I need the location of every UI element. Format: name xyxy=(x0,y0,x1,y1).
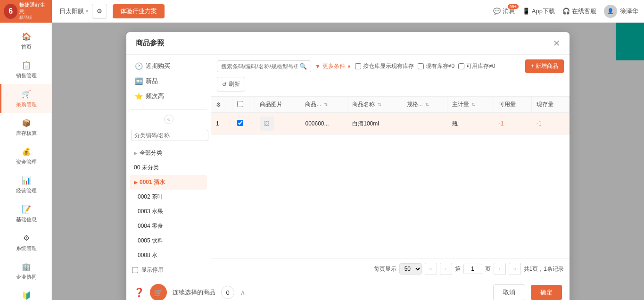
sidebar-item-inventory[interactable]: 📦 库存核算 xyxy=(0,113,51,142)
cat-0002[interactable]: 0002 茶叶 xyxy=(130,190,207,204)
nav-selector[interactable]: 日太阳膜 ▾ xyxy=(59,7,88,16)
checkbox-by-warehouse[interactable]: 按仓库显示现有库存 xyxy=(355,62,414,70)
table-row[interactable]: 1 🖼 000600... 白酒100ml xyxy=(211,113,570,135)
category-search-row: 🔍 xyxy=(126,127,211,144)
gear-button[interactable]: ⚙ xyxy=(92,4,107,19)
col-check xyxy=(232,97,255,113)
nonzero-available-checkbox[interactable] xyxy=(458,63,464,69)
col-spec[interactable]: 规格... ⇅ xyxy=(402,97,447,113)
inventory-icon: 📦 xyxy=(21,117,32,128)
cell-code: 000600... xyxy=(300,113,347,135)
confirm-button[interactable]: 确定 xyxy=(531,285,562,300)
col-stock: 现存量 xyxy=(531,97,569,113)
prev-page-button[interactable]: ‹ xyxy=(440,263,452,275)
phone-icon: 📱 xyxy=(522,8,530,15)
product-table: ⚙ 商品图片 商品... ⇅ 商品名称 xyxy=(211,97,570,135)
left-divider xyxy=(130,109,207,110)
category-search-input[interactable] xyxy=(131,130,208,141)
modal-footer: ❓ 🛒 连续选择的商品 0 ∧ 取消 确定 xyxy=(126,279,570,300)
cell-unit: 瓶 xyxy=(447,113,494,135)
page-size-select[interactable]: 50 xyxy=(399,263,422,275)
col-available[interactable]: 可用量 xyxy=(494,97,531,113)
tab-frequent[interactable]: ⭐ 频次高 xyxy=(130,89,207,104)
add-product-button[interactable]: + 新增商品 xyxy=(525,59,564,73)
guide-icon: 🔰 xyxy=(21,290,32,300)
modal-title: 商品参照 xyxy=(136,39,164,48)
table-body: 1 🖼 000600... 白酒100ml xyxy=(211,113,570,135)
refresh-button[interactable]: ↺ 刷新 xyxy=(217,77,245,92)
sidebar-item-guide[interactable]: 🔰 新手引导 xyxy=(0,285,51,300)
logo-text: 畅捷通好生意 xyxy=(19,1,48,15)
next-page-button[interactable]: › xyxy=(494,263,506,275)
col-settings[interactable]: ⚙ xyxy=(211,97,232,113)
pagination-bar: 每页显示 50 « ‹ 第 页 › » 共1页，1条记录 xyxy=(211,258,570,279)
cart-icon: 🛒 xyxy=(154,288,163,297)
tab-new[interactable]: 🆕 新品 xyxy=(130,74,207,89)
col-unit[interactable]: 主计量 ⇅ xyxy=(447,97,494,113)
message-icon: 💬 xyxy=(493,8,501,15)
filter-button[interactable]: ▼ 更多条件 ∧ xyxy=(315,62,351,70)
user-area[interactable]: 👤 徐泽华 xyxy=(604,5,638,18)
cat-0004[interactable]: 0004 零食 xyxy=(130,219,207,233)
enterprise-icon: 🏢 xyxy=(21,261,32,272)
show-disabled-checkbox[interactable] xyxy=(132,267,138,273)
online-service-nav[interactable]: 🎧 在线客服 xyxy=(562,7,596,16)
cat-all[interactable]: ▶ 全部分类 xyxy=(130,146,207,160)
modal-header: 商品参照 ✕ xyxy=(126,32,570,55)
checkbox-nonzero-stock[interactable]: 现有库存≠0 xyxy=(418,62,454,70)
cell-check[interactable] xyxy=(232,113,255,135)
sidebar-item-sales[interactable]: 📋 销售管理 xyxy=(0,55,51,84)
sidebar-item-enterprise[interactable]: 🏢 企业协同 xyxy=(0,257,51,285)
page-number-input[interactable] xyxy=(463,264,482,274)
cat-00[interactable]: 00 未分类 xyxy=(130,160,207,175)
nonzero-stock-checkbox[interactable] xyxy=(418,63,424,69)
modal-backdrop: 商品参照 ✕ 🕐 近期购买 🆕 xyxy=(52,23,644,300)
filter-icon: ▼ xyxy=(315,63,321,70)
cat-0005[interactable]: 0005 饮料 xyxy=(130,233,207,248)
trial-button[interactable]: 体验行业方案 xyxy=(113,4,165,18)
collapse-footer-icon[interactable]: ∧ xyxy=(240,288,246,297)
logo-sub: 精品版 xyxy=(19,15,48,21)
refresh-icon: ↺ xyxy=(222,81,227,88)
first-page-button[interactable]: « xyxy=(425,263,437,275)
headset-icon: 🎧 xyxy=(562,8,570,15)
logo-area: 6 畅捷通好生意 精品版 xyxy=(0,0,52,23)
col-image: 商品图片 xyxy=(255,97,300,113)
col-name[interactable]: 商品名称 ⇅ xyxy=(347,97,402,113)
messages-nav[interactable]: 💬 消息 99+ xyxy=(493,7,515,16)
collapse-left-button[interactable]: « xyxy=(164,115,173,124)
cat-0003[interactable]: 0003 水果 xyxy=(130,204,207,219)
sidebar-item-home[interactable]: 🏠 首页 xyxy=(0,26,51,55)
sidebar-item-basic[interactable]: 📝 基础信息 xyxy=(0,199,51,228)
sidebar-item-finance[interactable]: 💰 资金管理 xyxy=(0,142,51,170)
row-checkbox[interactable] xyxy=(237,120,243,126)
content-area: 商品参照 ✕ 🕐 近期购买 🆕 xyxy=(52,23,644,300)
tab-recent[interactable]: 🕐 近期购买 xyxy=(130,58,207,74)
product-search-bar[interactable]: 🔍 xyxy=(217,60,311,72)
last-page-button[interactable]: » xyxy=(509,263,521,275)
sidebar-item-operation[interactable]: 📊 经营管理 xyxy=(0,170,51,199)
app-download-nav[interactable]: 📱 App下载 xyxy=(522,7,555,16)
sidebar-item-purchase[interactable]: 🛒 采购管理 xyxy=(0,84,51,113)
cart-button[interactable]: 🛒 xyxy=(150,284,167,300)
cat-0008[interactable]: 0008 水 xyxy=(130,248,207,261)
select-all-checkbox[interactable] xyxy=(237,101,243,107)
cart-count-badge: 0 xyxy=(221,286,234,299)
product-search-input[interactable] xyxy=(221,63,297,70)
image-placeholder-icon: 🖼 xyxy=(264,121,269,126)
by-warehouse-checkbox[interactable] xyxy=(355,63,361,69)
checkbox-nonzero-available[interactable]: 可用库存≠0 xyxy=(458,62,495,70)
modal-right-panel: 🔍 ▼ 更多条件 ∧ 按仓库显示现有库存 xyxy=(211,55,570,279)
cat-0001[interactable]: ▶ 0001 酒水 xyxy=(130,175,207,190)
cell-image: 🖼 xyxy=(255,113,300,135)
modal-close-button[interactable]: ✕ xyxy=(553,39,560,48)
help-icon[interactable]: ❓ xyxy=(134,287,144,298)
cell-seq: 1 xyxy=(211,113,232,135)
left-tabs: 🕐 近期购买 🆕 新品 ⭐ 频次高 xyxy=(126,55,211,108)
new-icon: 🆕 xyxy=(135,77,143,85)
product-table-wrap: ⚙ 商品图片 商品... ⇅ 商品名称 xyxy=(211,97,570,258)
cancel-button[interactable]: 取消 xyxy=(493,284,525,300)
cell-stock: -1 xyxy=(531,113,569,135)
sidebar-item-system[interactable]: ⚙ 系统管理 xyxy=(0,228,51,257)
col-code[interactable]: 商品... ⇅ xyxy=(300,97,347,113)
